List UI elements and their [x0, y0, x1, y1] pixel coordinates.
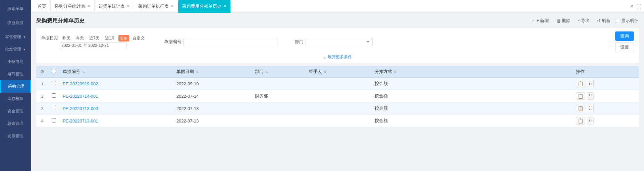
export-button[interactable]: ↑ 导出	[576, 17, 592, 25]
sidebar-item-finance[interactable]: 资金管理	[0, 105, 31, 117]
filter-area: 单据日期 昨天 今天 近7天 近1月 更多 自定义	[36, 28, 639, 63]
th-handler-label: 经手人	[309, 69, 322, 74]
delete-icon: 🗑	[556, 18, 561, 23]
date-option-today[interactable]: 今天	[74, 35, 86, 42]
sidebar-item-retail[interactable]: 零售管理 ▼	[0, 31, 31, 43]
table-header-row: ⚙ 单据编号 ⇅ 单据日期 ⇅	[36, 66, 639, 78]
more-icon-1[interactable]: ⠿	[587, 92, 594, 100]
date-filter-label: 单据日期	[41, 35, 58, 41]
tab-close-purchase-order-exec[interactable]: ✕	[171, 4, 174, 8]
cell-split-method-2: 按金额	[371, 102, 573, 115]
cell-handler-3	[306, 115, 371, 127]
tab-home[interactable]: 首页	[34, 0, 51, 13]
sidebar-item-purchase[interactable]: 采购管理	[0, 80, 31, 93]
expand-window-button[interactable]: ⛶	[637, 4, 641, 9]
tab-actions: ✕ ⛶	[630, 4, 641, 9]
column-settings-icon[interactable]: ⚙	[40, 69, 45, 74]
row-checkbox-0[interactable]	[52, 81, 56, 85]
sidebar-item-inventory[interactable]: 库存核算	[0, 93, 31, 105]
tab-close-stock-stats[interactable]: ✕	[127, 4, 130, 8]
filter-row-1: 单据日期 昨天 今天 近7天 近1月 更多 自定义	[41, 31, 634, 52]
dept-filter-label: 部门	[295, 39, 304, 45]
doc-num-link-3[interactable]: PE-20220713-001	[63, 118, 98, 123]
expand-more[interactable]: ⌄ 展开更多条件	[41, 54, 634, 60]
sort-split-method-icon[interactable]: ⇅	[394, 70, 396, 74]
row-checkbox-1[interactable]	[52, 93, 56, 98]
cell-action-2: 📋 ⠿	[573, 102, 639, 115]
sidebar-item-mini-shop[interactable]: 小畅电商	[0, 56, 31, 68]
select-all-checkbox[interactable]	[52, 69, 56, 73]
cell-date-1: 2022-07-14	[173, 90, 252, 102]
th-dept-label: 部门	[255, 69, 264, 74]
tab-purchase-order-stats[interactable]: 采购订单统计表 ✕	[51, 0, 95, 13]
more-icon-3[interactable]: ⠿	[587, 117, 594, 124]
inventory-label: 库存核算	[7, 96, 23, 101]
add-button[interactable]: ＋ + 新增	[529, 17, 551, 25]
sidebar-item-accounting[interactable]: 总账管理	[0, 117, 31, 130]
cell-split-method-1: 按金额	[371, 90, 573, 102]
tab-purchase-cost-history[interactable]: 采购费用分摊单历史 ✕	[178, 0, 231, 13]
finance-label: 资金管理	[7, 109, 23, 113]
sort-date-icon[interactable]: ⇅	[196, 70, 199, 74]
cell-date-0: 2022-09-19	[173, 78, 252, 90]
sidebar-item-invoice[interactable]: 发票管理	[0, 130, 31, 142]
doc-num-link-2[interactable]: PE-20220713-003	[63, 106, 98, 111]
sidebar-item-search[interactable]: 搜索菜单	[0, 3, 31, 15]
cell-action-1: 📋 ⠿	[573, 90, 639, 102]
cell-split-method-3: 按金额	[371, 115, 573, 127]
show-cols-label: 显示明细	[621, 18, 639, 24]
invoice-label: 发票管理	[7, 134, 23, 138]
toolbar: ＋ + 新增 🗑 删除 ↑ 导出 ↺ 刷新 显示明细	[529, 17, 639, 25]
doc-num-input[interactable]	[183, 38, 277, 46]
refresh-button[interactable]: ↺ 刷新	[595, 17, 612, 25]
delete-button[interactable]: 🗑 删除	[554, 17, 573, 25]
add-icon: ＋	[531, 18, 535, 24]
tab-purchase-order-stats-label: 采购订单统计表	[55, 3, 85, 9]
row-checkbox-3[interactable]	[52, 118, 56, 122]
th-dept: 部门 ⇅	[252, 66, 306, 78]
tab-close-purchase-cost-history[interactable]: ✕	[223, 4, 226, 8]
edit-icon-3[interactable]: 📋	[576, 117, 585, 124]
query-button[interactable]: 查询	[615, 31, 634, 41]
tab-purchase-order-exec[interactable]: 采购订单执行表 ✕	[134, 0, 178, 13]
wholesale-arrow-icon: ▼	[23, 48, 26, 51]
chevron-down-icon: ⌄	[323, 55, 326, 60]
settings-button[interactable]: 设置	[615, 42, 634, 52]
tab-home-label: 首页	[38, 3, 46, 9]
more-icon-2[interactable]: ⠿	[587, 105, 594, 112]
more-icon-0[interactable]: ⠿	[587, 80, 594, 87]
tab-stock-stats[interactable]: 进货单统计表 ✕	[95, 0, 134, 13]
th-checkbox	[48, 66, 59, 78]
refresh-label: 刷新	[602, 18, 610, 24]
action-icons-0: 📋 ⠿	[576, 80, 635, 87]
cell-action-0: 📋 ⠿	[573, 78, 639, 90]
export-label: 导出	[581, 18, 590, 24]
dept-select[interactable]	[306, 38, 373, 46]
date-option-7days[interactable]: 近7天	[87, 35, 102, 42]
date-option-yesterday[interactable]: 昨天	[60, 35, 72, 42]
sort-dept-icon[interactable]: ⇅	[265, 70, 268, 74]
edit-icon-0[interactable]: 📋	[576, 80, 585, 87]
ecommerce-label: 电商管理	[7, 72, 23, 76]
edit-icon-1[interactable]: 📋	[576, 92, 585, 100]
doc-num-link-1[interactable]: PE-20220714-001	[63, 94, 98, 99]
date-option-more[interactable]: 更多	[118, 35, 129, 41]
doc-num-link-0[interactable]: PE-20220919-002	[63, 81, 98, 86]
sort-handler-icon[interactable]: ⇅	[324, 70, 326, 74]
tab-close-purchase-order-stats[interactable]: ✕	[87, 4, 90, 8]
date-range-input[interactable]	[60, 42, 127, 49]
sort-doc-num-icon[interactable]: ⇅	[82, 70, 85, 74]
show-cols-checkbox[interactable]	[616, 19, 620, 23]
date-option-custom[interactable]: 自定义	[130, 35, 147, 42]
date-option-1month[interactable]: 近1月	[103, 35, 117, 42]
sidebar-item-quick-nav[interactable]: 快捷导航	[0, 17, 31, 29]
sidebar-item-ecommerce[interactable]: 电商管理	[0, 68, 31, 80]
page-header: 采购费用分摊单历史 ＋ + 新增 🗑 删除 ↑ 导出 ↺ 刷新	[36, 17, 639, 25]
tab-stock-stats-label: 进货单统计表	[99, 3, 125, 9]
row-checkbox-2[interactable]	[52, 106, 56, 110]
sidebar-item-wholesale[interactable]: 批发管理 ▼	[0, 43, 31, 56]
filter-buttons: 查询 设置	[615, 31, 634, 52]
edit-icon-2[interactable]: 📋	[576, 105, 585, 112]
close-all-tabs-button[interactable]: ✕	[630, 4, 634, 9]
page-title: 采购费用分摊单历史	[36, 17, 85, 24]
